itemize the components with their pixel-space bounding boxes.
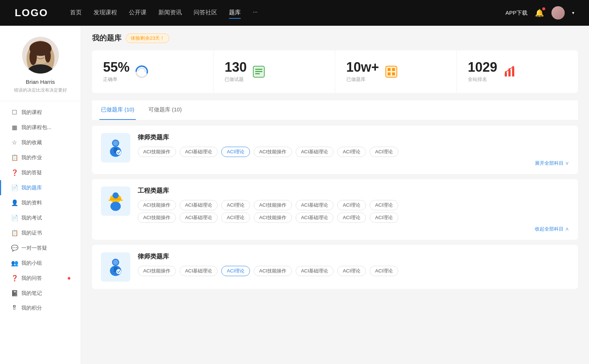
sidebar: Brian Harris 错误的决定比没有决定要好 ☐ 我的课程 ▦ 我的课程包…: [0, 26, 81, 364]
sidebar-item-qa[interactable]: ❓ 我的答疑: [0, 165, 81, 180]
bell-icon[interactable]: 🔔: [535, 8, 544, 17]
points-icon: 🎖: [11, 305, 18, 311]
sidebar-item-course-packages[interactable]: ▦ 我的课程包...: [0, 120, 81, 135]
svg-rect-35: [108, 200, 123, 201]
nav-news[interactable]: 新闻资讯: [158, 7, 182, 19]
tag-item[interactable]: ACI基础理论: [180, 147, 218, 157]
engineer-svg-icon: [105, 191, 126, 211]
tag-item[interactable]: ACI理论: [337, 213, 366, 223]
exam-icon: 📄: [11, 214, 18, 221]
accuracy-value: 55%: [103, 61, 130, 74]
sidebar-profile: Brian Harris 错误的决定比没有决定要好: [0, 26, 81, 101]
tag-item[interactable]: ACI技能操作: [254, 147, 292, 157]
avatar-svg: [22, 37, 59, 74]
sidebar-item-qbank[interactable]: 📄 我的题库: [0, 180, 81, 195]
ranking-label: 全站排名: [468, 76, 497, 83]
tag-item[interactable]: ACI理论: [337, 266, 366, 276]
nav-discover[interactable]: 发现课程: [94, 7, 117, 19]
my-qa-icon: ❓: [11, 275, 18, 282]
sidebar-item-homework[interactable]: 📋 我的作业: [0, 150, 81, 165]
svg-point-37: [110, 201, 121, 211]
sidebar-item-label: 我的小组: [21, 260, 42, 267]
profile-name: Brian Harris: [26, 79, 55, 85]
nav-qa[interactable]: 问答社区: [194, 7, 217, 19]
tag-item[interactable]: ACI技能操作: [138, 200, 176, 210]
sidebar-item-group[interactable]: 👥 我的小组: [0, 256, 81, 271]
page-wrapper: Brian Harris 错误的决定比没有决定要好 ☐ 我的课程 ▦ 我的课程包…: [0, 0, 589, 364]
svg-point-29: [113, 140, 118, 146]
svg-point-10: [138, 68, 145, 75]
tag-item[interactable]: ACI基础理论: [296, 266, 334, 276]
qbank-card-engineer1: 工程类题库 ACI技能操作 ACI基础理论 ACI理论 ACI技能操作 ACI基…: [92, 179, 578, 240]
lawyer2-icon-wrap: [101, 252, 130, 282]
sidebar-item-exam[interactable]: 📄 我的考试: [0, 210, 81, 225]
accuracy-label: 正确率: [103, 76, 130, 83]
sidebar-item-profile[interactable]: 👤 我的资料: [0, 195, 81, 210]
tag-item[interactable]: ACI理论: [370, 200, 398, 210]
tag-item-active[interactable]: ACI理论: [221, 147, 250, 157]
nav-home[interactable]: 首页: [70, 7, 82, 19]
svg-rect-22: [505, 73, 507, 76]
tag-item[interactable]: ACI理论: [221, 213, 250, 223]
sidebar-item-one-on-one[interactable]: 💬 一对一答疑: [0, 240, 81, 256]
tab-done-banks[interactable]: 已做题库 (10): [99, 100, 136, 120]
user-avatar[interactable]: [551, 6, 565, 19]
app-download-button[interactable]: APP下载: [505, 10, 528, 17]
tag-item[interactable]: ACI理论: [370, 213, 398, 223]
done-banks-value: 10w+: [346, 61, 379, 74]
tag-item[interactable]: ACI基础理论: [296, 147, 334, 157]
engineer1-tags-row2: ACI技能操作 ACI基础理论 ACI理论 ACI技能操作 ACI基础理论 AC…: [138, 213, 569, 223]
nav-open[interactable]: 公开课: [129, 7, 147, 19]
sidebar-item-favorites[interactable]: ☆ 我的收藏: [0, 135, 81, 150]
tag-item[interactable]: ACI技能操作: [138, 147, 176, 157]
grid-icon: [384, 65, 398, 79]
tag-item[interactable]: ACI技能操作: [138, 213, 176, 223]
nav-more[interactable]: ···: [253, 7, 257, 19]
sidebar-item-label: 我的证书: [21, 230, 42, 236]
done-questions-value: 130: [225, 61, 247, 74]
tag-item[interactable]: ACI理论: [221, 200, 250, 210]
logo: LOGO: [15, 7, 48, 19]
tag-item[interactable]: ACI技能操作: [254, 266, 292, 276]
tag-item[interactable]: ACI基础理论: [180, 266, 218, 276]
nav-right: APP下载 🔔 ▾: [505, 6, 574, 19]
nav-qbank[interactable]: 题库: [229, 7, 241, 19]
engineer1-tags-row1: ACI技能操作 ACI基础理论 ACI理论 ACI技能操作 ACI基础理论 AC…: [138, 200, 569, 210]
profile-icon: 👤: [11, 199, 18, 206]
tag-item[interactable]: ACI基础理论: [180, 200, 218, 210]
tag-item[interactable]: ACI基础理论: [296, 213, 334, 223]
user-menu-chevron[interactable]: ▾: [572, 10, 574, 15]
sidebar-item-certificate[interactable]: 📋 我的证书: [0, 225, 81, 240]
expand-link-lawyer1[interactable]: 展开全部科目 ∨: [138, 160, 569, 167]
qbank-icon: 📄: [11, 184, 18, 191]
tag-item[interactable]: ACI技能操作: [254, 200, 292, 210]
avatar-image: [551, 6, 565, 19]
done-questions-label: 已做试题: [225, 76, 247, 83]
tag-item[interactable]: ACI技能操作: [254, 213, 292, 223]
tag-item[interactable]: ACI理论: [370, 147, 398, 157]
sidebar-item-label: 我的答疑: [21, 169, 42, 176]
stat-done-banks: 10w+ 已做题库: [335, 50, 457, 93]
sidebar-item-my-courses[interactable]: ☐ 我的课程: [0, 105, 81, 120]
svg-rect-19: [392, 68, 395, 71]
profile-avatar: [22, 37, 59, 74]
sidebar-item-points[interactable]: 🎖 我的积分: [0, 301, 81, 315]
tag-item[interactable]: ACI理论: [337, 147, 366, 157]
sidebar-item-label: 我的作业: [21, 154, 42, 161]
tag-item[interactable]: ACI技能操作: [138, 266, 176, 276]
sidebar-item-notes[interactable]: 📓 我的笔记: [0, 286, 81, 301]
ranking-value: 1029: [468, 61, 497, 74]
collapse-link-engineer1[interactable]: 收起全部科目 ∧: [138, 226, 569, 232]
sidebar-item-my-qa[interactable]: ❓ 我的问答: [0, 271, 81, 286]
lawyer-icon-wrap: [101, 133, 130, 163]
tag-item[interactable]: ACI理论: [337, 200, 366, 210]
engineer1-title: 工程类题库: [138, 186, 569, 195]
bell-notification-dot: [542, 7, 545, 10]
tag-item[interactable]: ACI理论: [370, 266, 398, 276]
done-banks-label: 已做题库: [346, 76, 379, 83]
tag-item[interactable]: ACI基础理论: [296, 200, 334, 210]
tab-available-banks[interactable]: 可做题库 (10): [147, 100, 183, 120]
tag-item[interactable]: ACI基础理论: [180, 213, 218, 223]
tag-item-active[interactable]: ACI理论: [221, 266, 250, 276]
svg-point-42: [116, 269, 121, 274]
